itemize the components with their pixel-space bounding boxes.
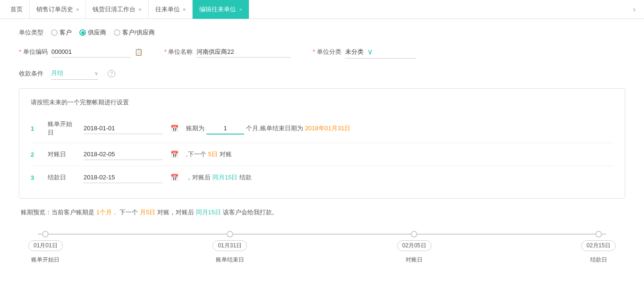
tab-cash-workbench[interactable]: 钱货日清工作台 ×	[86, 0, 148, 19]
radio-supplier-circle	[79, 29, 86, 36]
period-box-title: 请按照未来的一个完整帐期进行设置	[31, 98, 613, 107]
period-row-2-desc: ,下一个 5日 对账	[186, 150, 232, 159]
period-months-input[interactable]	[206, 123, 244, 135]
unit-type-row: 单位类型 客户 供应商 客户/供应商	[19, 28, 625, 37]
preview-part2: 下一个	[119, 209, 138, 216]
period-desc-suffix-2: 对账	[220, 150, 232, 159]
timeline-point-1: 01月31日 账单结束日	[212, 231, 247, 264]
timeline-label-1: 账单结束日	[216, 256, 244, 264]
timeline-badge-0: 01月01日	[28, 240, 63, 251]
tab-partner-units[interactable]: 往来单位 ×	[149, 0, 193, 19]
main-content: 单位类型 客户 供应商 客户/供应商 单位编码 📋 单位名称	[0, 19, 644, 287]
period-settle-date-input[interactable]	[84, 172, 163, 183]
period-reconcile-date-calendar[interactable]: 📅	[170, 151, 178, 158]
radio-customer-circle	[51, 29, 58, 36]
timeline-badge-1: 01月31日	[212, 240, 247, 251]
period-row-1-desc: 账期为 个月,账单结束日期为 2018年01月31日	[186, 123, 350, 135]
preview-section: 账期预览：当前客户账期是 1个月， 下一个 月5日 对账，对账后 同月15日 该…	[19, 208, 625, 217]
tab-edit-partner-label: 编辑往来单位	[199, 5, 236, 14]
period-start-date-input[interactable]	[84, 123, 163, 134]
period-row-label-3: 结款日	[48, 173, 76, 182]
payment-terms-dropdown[interactable]: 月结 ∨	[51, 67, 98, 80]
payment-terms-value: 月结	[51, 69, 93, 77]
timeline-badge-2: 02月05日	[397, 240, 432, 251]
period-reconcile-date-input[interactable]	[84, 149, 163, 160]
radio-supplier[interactable]: 供应商	[79, 28, 106, 37]
unit-type-radio-group: 客户 供应商 客户/供应商	[51, 28, 155, 37]
timeline-label-3: 结款日	[590, 256, 607, 264]
preview-label: 账期预览：当前客户账期是	[21, 209, 94, 216]
preview-part5: 同月15日	[196, 209, 221, 216]
unit-name-input[interactable]	[196, 46, 291, 58]
period-settle-highlight: 同月15日	[212, 173, 237, 182]
tab-edit-partner-close[interactable]: ×	[239, 7, 242, 12]
unit-code-copy-icon[interactable]: 📋	[135, 48, 143, 56]
period-desc-suffix-3: 结款	[239, 173, 252, 182]
timeline-dot-3	[595, 231, 602, 237]
tab-sales-history-label: 销售订单历史	[36, 5, 73, 14]
radio-customer-label: 客户	[59, 28, 72, 37]
period-row-label-2: 对账日	[48, 150, 76, 159]
tab-partner-units-close[interactable]: ×	[183, 7, 186, 12]
payment-terms-arrow[interactable]: ∨	[94, 70, 98, 76]
unit-name-label: 单位名称	[164, 48, 193, 56]
period-setup-box: 请按照未来的一个完整帐期进行设置 1 账单开始日 📅 账期为 个月,账单结束日期…	[19, 88, 625, 199]
preview-part6: 该客户会给我打款。	[223, 209, 278, 216]
tab-edit-partner[interactable]: 编辑往来单位 ×	[193, 0, 249, 19]
unit-code-input[interactable]	[51, 46, 131, 58]
period-desc-suffix-1: 个月,账单结束日期为	[246, 124, 303, 133]
unit-code-label: 单位编码	[19, 48, 48, 56]
tab-partner-units-label: 往来单位	[155, 5, 180, 14]
period-desc-prefix-2: ,下一个	[186, 150, 206, 159]
preview-part1: 1个月，	[96, 209, 118, 216]
period-end-date-highlight: 2018年01月31日	[305, 124, 351, 133]
unit-info-row: 单位编码 📋 单位名称 单位分类 未分类 ∨	[19, 45, 625, 59]
period-row-2: 2 对账日 📅 ,下一个 5日 对账	[31, 143, 613, 166]
radio-both-label: 客户/供应商	[122, 28, 155, 37]
timeline-label-2: 对账日	[406, 256, 423, 264]
period-start-date-calendar[interactable]: 📅	[170, 125, 178, 132]
payment-terms-row: 收款条件 月结 ∨ ?	[19, 67, 625, 80]
preview-part4: 对账，对账后	[157, 209, 194, 216]
period-settle-date-calendar[interactable]: 📅	[170, 174, 178, 181]
unit-code-group: 单位编码 📋	[19, 46, 143, 58]
period-desc-prefix-3: ，对账后	[186, 173, 211, 182]
radio-both-circle	[114, 29, 120, 36]
tab-cash-workbench-close[interactable]: ×	[138, 7, 141, 12]
unit-name-group: 单位名称	[164, 46, 291, 58]
tab-sales-history-close[interactable]: ×	[76, 7, 79, 12]
payment-terms-help[interactable]: ?	[108, 70, 115, 77]
timeline-section: 01月01日 账单开始日 01月31日 账单结束日 02月05日 对账日 02月…	[19, 226, 625, 273]
preview-part3: 月5日	[140, 209, 155, 216]
period-num-2: 2	[31, 151, 40, 158]
unit-category-label: 单位分类	[313, 48, 341, 56]
period-row-3-desc: ，对账后 同月15日 结款	[186, 173, 252, 182]
radio-supplier-label: 供应商	[88, 28, 106, 37]
timeline-label-0: 账单开始日	[31, 256, 59, 264]
tab-sales-history[interactable]: 销售订单历史 ×	[30, 0, 86, 19]
tab-home-label: 首页	[10, 5, 23, 14]
period-row-1: 1 账单开始日 📅 账期为 个月,账单结束日期为 2018年01月31日	[31, 114, 613, 143]
tab-more-button[interactable]: ›	[628, 5, 640, 14]
unit-category-arrow[interactable]: ∨	[367, 47, 373, 56]
radio-customer[interactable]: 客户	[51, 28, 72, 37]
payment-terms-label: 收款条件	[19, 69, 43, 78]
tab-cash-workbench-label: 钱货日清工作台	[93, 5, 136, 14]
period-reconcile-highlight: 5日	[208, 150, 218, 159]
timeline-dot-2	[411, 231, 417, 237]
timeline-point-0: 01月01日 账单开始日	[28, 231, 63, 264]
period-num-3: 3	[31, 174, 40, 181]
period-row-label-1: 账单开始日	[48, 120, 76, 137]
period-desc-prefix-1: 账期为	[186, 124, 204, 133]
unit-category-group: 单位分类 未分类 ∨	[313, 45, 416, 59]
period-row-3: 3 结款日 📅 ，对账后 同月15日 结款	[31, 166, 613, 189]
tab-bar: 首页 销售订单历史 × 钱货日清工作台 × 往来单位 × 编辑往来单位 × ›	[0, 0, 644, 19]
timeline-point-3: 02月15日 结款日	[581, 231, 616, 264]
tab-home[interactable]: 首页	[4, 0, 30, 19]
unit-category-value: 未分类	[345, 48, 364, 56]
unit-category-dropdown[interactable]: 未分类 ∨	[345, 45, 416, 59]
period-num-1: 1	[31, 125, 40, 132]
timeline-dot-1	[227, 231, 233, 237]
timeline-points: 01月01日 账单开始日 01月31日 账单结束日 02月05日 对账日 02月…	[19, 231, 625, 264]
radio-both[interactable]: 客户/供应商	[114, 28, 155, 37]
